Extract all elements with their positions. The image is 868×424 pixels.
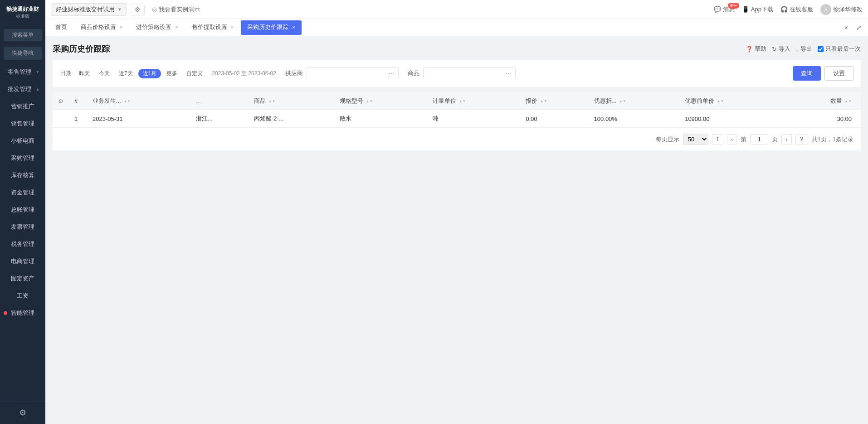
demo-link[interactable]: ◎ 我要看实例演示	[152, 5, 200, 14]
filter-settings-button[interactable]: 设置	[824, 66, 853, 81]
expand-window-button[interactable]: ⤢	[853, 23, 864, 32]
import-button[interactable]: ↻ 导入	[772, 45, 790, 53]
sidebar-item-13[interactable]: 工资	[0, 287, 45, 304]
tab-purchase-strategy-label: 进价策略设置	[136, 23, 171, 31]
query-button[interactable]: 查询	[793, 66, 821, 81]
app-download-button[interactable]: 📱 App下载	[742, 5, 773, 14]
help-button[interactable]: ❓ 帮助	[746, 45, 766, 53]
sidebar-bottom: ⚙	[0, 401, 45, 424]
tab-home[interactable]: 首页	[49, 20, 73, 35]
date-7days[interactable]: 近7天	[115, 69, 137, 78]
close-window-button[interactable]: ×	[842, 23, 851, 32]
message-button[interactable]: 💬 消息 99+	[714, 5, 735, 14]
date-1month[interactable]: 近1月	[138, 69, 161, 78]
supplier-filter: 供应商 ···	[285, 67, 399, 79]
version-label: 好业财标准版交付试用	[56, 5, 115, 14]
user-menu-button[interactable]: 人 徐泽华修改	[820, 4, 863, 15]
more-cols-icon[interactable]: ...	[196, 98, 201, 105]
cell-gear-0	[53, 110, 69, 128]
unit-sort-icon[interactable]: ▲▼	[459, 100, 466, 103]
help-icon: ❓	[746, 46, 753, 53]
sidebar-item-label-13: 工资	[4, 292, 42, 300]
logo-subtitle: 标准版	[4, 13, 42, 19]
goods-filter: 商品 ···	[408, 67, 515, 79]
tab-purchase-strategy-close[interactable]: ×	[175, 24, 178, 30]
filter-row: 日期 昨天 今天 近7天 近1月 更多 自定义 2023-05-02 至 202…	[60, 66, 853, 81]
goods-sort-icon[interactable]: ▲▼	[268, 100, 276, 103]
supplier-input[interactable]	[311, 70, 387, 77]
tab-sell-extract[interactable]: 售价提取设置 ×	[185, 20, 240, 35]
sidebar-item-1[interactable]: 批发管理▲	[0, 81, 45, 98]
first-page-button[interactable]: ⊺	[712, 134, 723, 145]
pre-price-sort-icon[interactable]: ▲▼	[717, 100, 724, 103]
online-service-button[interactable]: 🎧 在线客服	[780, 5, 813, 14]
quick-nav-button[interactable]: 快捷导航	[4, 47, 42, 60]
page-number-input[interactable]	[750, 134, 768, 145]
sidebar-settings-button[interactable]: ⚙	[4, 405, 42, 420]
sidebar-item-12[interactable]: 固定资产	[0, 270, 45, 287]
sidebar-dot-indicator	[4, 311, 7, 315]
sidebar-item-label-5: 采购管理	[4, 154, 42, 162]
sidebar-item-3[interactable]: 销售管理	[0, 115, 45, 132]
headset-icon: 🎧	[780, 6, 788, 13]
import-icon: ↻	[772, 46, 777, 53]
tab-purchase-strategy[interactable]: 进价策略设置 ×	[130, 20, 184, 35]
page-unit-label: 页	[772, 135, 778, 144]
col-discount: 优惠折... ▲▼	[589, 92, 680, 110]
only-last-checkbox-area: 只看最后一次	[818, 45, 861, 53]
sidebar-item-14[interactable]: 智能管理	[0, 304, 45, 322]
col-spec: 规格型号 ▲▼	[334, 92, 427, 110]
tab-price-settings[interactable]: 商品价格设置 ×	[74, 20, 129, 35]
tab-purchase-history-close[interactable]: ×	[292, 24, 295, 30]
sidebar-item-10[interactable]: 税务管理	[0, 236, 45, 253]
export-button[interactable]: ↓ 导出	[796, 45, 813, 53]
sidebar-item-0[interactable]: 零售管理▼	[0, 63, 45, 81]
sidebar-item-5[interactable]: 采购管理	[0, 149, 45, 167]
sidebar-item-9[interactable]: 发票管理	[0, 218, 45, 236]
goods-input[interactable]	[427, 70, 503, 77]
data-table: ⚙ # 业务发生... ▲▼ ... 商品 ▲▼	[53, 92, 861, 128]
date-yesterday[interactable]: 昨天	[75, 69, 93, 78]
search-menu-button[interactable]: 搜索菜单	[4, 29, 42, 41]
tab-sell-extract-close[interactable]: ×	[231, 24, 234, 30]
page-title: 采购历史价跟踪	[53, 43, 110, 54]
only-last-checkbox[interactable]	[818, 46, 824, 52]
sidebar-item-6[interactable]: 库存核算	[0, 167, 45, 184]
date-more[interactable]: 更多	[163, 69, 181, 78]
goods-picker-icon[interactable]: ···	[505, 69, 511, 77]
cell-quantity-0: 30.00	[785, 110, 861, 128]
discount-sort-icon[interactable]: ▲▼	[619, 100, 626, 103]
supplier-picker-icon[interactable]: ···	[389, 69, 395, 77]
tab-price-settings-close[interactable]: ×	[120, 24, 122, 30]
spec-sort-icon[interactable]: ▲▼	[366, 100, 373, 103]
sidebar-item-7[interactable]: 资金管理	[0, 184, 45, 201]
quantity-sort-icon[interactable]: ▲▼	[844, 100, 852, 103]
cell-supplier-0: 浙江...	[190, 110, 249, 128]
date-sort-icon[interactable]: ▲▼	[123, 100, 131, 103]
next-page-button[interactable]: ›	[781, 134, 791, 145]
tab-purchase-history[interactable]: 采购历史价跟踪 ×	[241, 20, 301, 35]
supplier-label: 供应商	[285, 69, 303, 77]
col-date: 业务发生... ▲▼	[87, 92, 190, 110]
col-pre-price: 优惠前单价 ▲▼	[679, 92, 785, 110]
date-custom[interactable]: 自定义	[183, 69, 206, 78]
sidebar-item-4[interactable]: 小畅电商	[0, 132, 45, 149]
tab-home-label: 首页	[55, 23, 67, 31]
price-sort-icon[interactable]: ▲▼	[540, 100, 547, 103]
date-filter: 日期 昨天 今天 近7天 近1月 更多 自定义 2023-05-02 至 202…	[60, 69, 276, 78]
table-row[interactable]: 1 2023-05-31 浙江... 丙烯酸-2-... 散水 吨 0.00 1…	[53, 110, 861, 128]
topbar-settings-button[interactable]: ⚙	[131, 4, 145, 15]
prev-page-button[interactable]: ‹	[727, 134, 737, 145]
per-page-select[interactable]: 20 50 100	[683, 134, 708, 145]
column-settings-icon[interactable]: ⚙	[58, 98, 63, 105]
sidebar-item-8[interactable]: 总账管理	[0, 201, 45, 218]
version-selector[interactable]: 好业财标准版交付试用 ▼	[51, 3, 127, 16]
avatar: 人	[820, 4, 831, 15]
sidebar-item-2[interactable]: 营销推广	[0, 98, 45, 115]
logo-title: 畅捷通好业财	[4, 5, 42, 13]
cell-price-0: 0.00	[520, 110, 588, 128]
date-today[interactable]: 今天	[95, 69, 113, 78]
sidebar-item-label-8: 总账管理	[4, 206, 42, 214]
last-page-button[interactable]: ⊻	[795, 134, 808, 145]
sidebar-item-11[interactable]: 电商管理	[0, 253, 45, 270]
